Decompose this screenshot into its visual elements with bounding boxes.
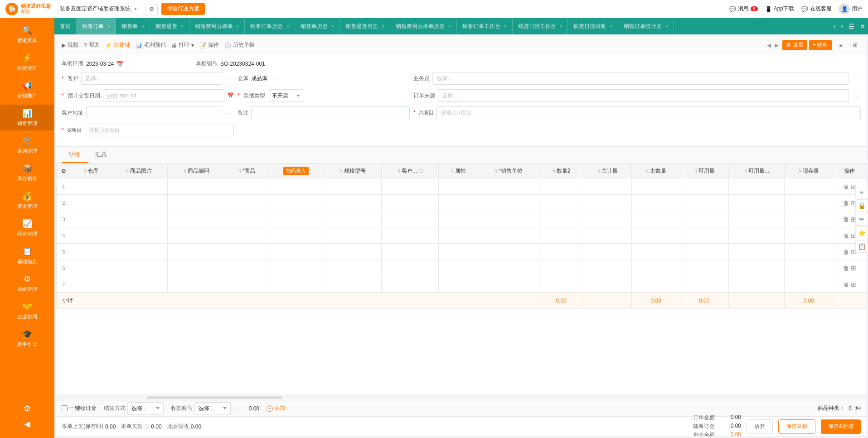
tab-close-icon[interactable]: × [610, 24, 612, 29]
right-float-btn-5[interactable]: 📋 [855, 240, 868, 253]
delete-row-icon[interactable]: 🗑 [843, 232, 849, 239]
b-project-input[interactable] [85, 124, 234, 136]
tab-cash-reconcile[interactable]: 钱货日清对账 × [568, 18, 618, 34]
tab-close-icon[interactable]: × [560, 24, 563, 29]
toolbar-profit[interactable]: 📊 毛利预估 [136, 41, 166, 49]
save-draft-button[interactable]: 保存草稿 [778, 419, 815, 434]
scrollbar-area[interactable] [56, 395, 866, 400]
sort-icon[interactable]: ⇅ [339, 168, 343, 173]
account-dots[interactable]: ··· [233, 405, 242, 412]
right-float-btn-1[interactable]: ≡ [855, 186, 868, 198]
sidebar-item-guide[interactable]: 🎓 新手引导 [0, 326, 54, 351]
user-menu-button[interactable]: 👤 用户 [839, 4, 863, 14]
tab-detail[interactable]: 明细 [62, 147, 88, 163]
delete-row-icon[interactable]: 🗑 [843, 199, 849, 207]
tab-close-icon[interactable]: × [382, 24, 384, 29]
tab-home[interactable]: 首页 [54, 18, 77, 34]
salesperson-input[interactable] [432, 72, 849, 85]
customer-dots[interactable]: ··· [225, 75, 234, 82]
delivery-calendar-icon[interactable]: 📅 [227, 92, 234, 99]
address-dots[interactable]: ··· [225, 109, 234, 116]
tab-sales-return[interactable]: 销货退货 × [150, 18, 189, 34]
sort-icon[interactable]: ⇅ [83, 168, 87, 173]
tab-close-icon[interactable]: × [237, 24, 239, 29]
right-float-btn-4[interactable]: ⭐ [855, 226, 868, 239]
tab-next-button[interactable]: › [838, 23, 846, 30]
print-dropdown-icon[interactable]: ▾ [191, 42, 194, 48]
delete-row-icon[interactable]: 🗑 [843, 216, 849, 223]
right-float-btn-2[interactable]: 🔒 [855, 199, 868, 212]
toolbar-list-view-btn[interactable]: ≡ [835, 40, 846, 51]
a-project-input[interactable] [436, 106, 861, 119]
order-source-dots[interactable]: ··· [852, 92, 861, 99]
warehouse-dots[interactable]: ··· [270, 75, 279, 82]
tab-sales-order-history[interactable]: 销售订单历史 × [245, 18, 295, 34]
tab-close-icon[interactable]: × [141, 24, 144, 29]
add-button[interactable]: + 添加 [267, 404, 285, 412]
sort-icon[interactable]: ⇅ [494, 168, 498, 173]
toolbar-grid-view-btn[interactable]: ⊞ [850, 40, 861, 51]
tab-cash-workbench[interactable]: 钱货日清工作台 × [513, 18, 568, 34]
tab-fee-history[interactable]: 销售费用分摊单历史 × [390, 18, 457, 34]
delete-row-icon[interactable]: 🗑 [843, 265, 849, 272]
delete-row-icon[interactable]: 🗑 [843, 183, 849, 190]
tab-sales-stats[interactable]: 销售订单统计表 × [618, 18, 674, 34]
tab-invoice-history[interactable]: 销货单历史 × [295, 18, 340, 34]
tab-prev-button[interactable]: ‹ [831, 23, 839, 30]
copy-row-icon[interactable]: ⊞ [851, 281, 856, 288]
sort-icon[interactable]: ⇅ [451, 168, 454, 173]
scrollbar-track[interactable] [147, 396, 283, 399]
sort-icon[interactable]: ⇅ [183, 168, 187, 173]
discard-button[interactable]: 放弃 [747, 419, 773, 434]
industry-button[interactable]: 体验行业方案 [161, 3, 205, 15]
sort-icon[interactable]: ⇅ [397, 168, 401, 173]
sidebar-item-purchase[interactable]: 🛒 采购管理 [0, 132, 54, 158]
toolbar-operation[interactable]: 📝 操作 [199, 41, 219, 49]
toolbar-print[interactable]: 🖨 打印 ▾ [171, 41, 194, 49]
col-info-icon[interactable]: ⓘ [419, 168, 423, 173]
tab-close-all-button[interactable]: ✕ [857, 23, 868, 30]
col-settings[interactable]: ⚙ [57, 164, 71, 178]
sidebar-collapse-button[interactable]: ◀ [22, 417, 32, 431]
remark-input[interactable] [251, 106, 410, 119]
sidebar-item-quicknav[interactable]: ⚡ 快捷导航 [0, 49, 54, 75]
message-button[interactable]: 💬 消息 9 [729, 5, 758, 13]
toolbar-help[interactable]: ? 帮助 [84, 41, 100, 49]
address-input[interactable] [86, 106, 222, 119]
toolbar-shortcut[interactable]: ⚡ 快捷键 [105, 41, 130, 49]
sort-icon[interactable]: ⇅ [798, 168, 802, 173]
toolbar-nav-prev[interactable]: ◀ [767, 42, 771, 48]
sort-icon[interactable]: ⇅ [645, 168, 649, 173]
settings-button[interactable]: ⚙ [145, 3, 158, 15]
sort-icon[interactable]: ⇅ [238, 168, 242, 173]
right-float-btn-3[interactable]: ✏ [855, 213, 868, 226]
tab-close-icon[interactable]: × [504, 24, 507, 29]
order-source-input[interactable] [438, 89, 849, 102]
sidebar-item-basics[interactable]: 📋 基础信息 [0, 243, 54, 269]
sidebar-item-search[interactable]: 🔍 搜索菜单 [0, 22, 54, 48]
sidebar-settings-button[interactable]: ⚙ [22, 402, 33, 415]
app-download-button[interactable]: 📱 App下载 [765, 5, 794, 13]
tab-close-icon[interactable]: × [107, 24, 110, 29]
scan-button[interactable]: 扫码录入 [283, 167, 309, 175]
debt-info-icon[interactable]: ⓘ [145, 424, 149, 430]
toolbar-view[interactable]: ▶ 视频 [62, 41, 78, 49]
sort-icon[interactable]: ⇅ [126, 168, 129, 173]
sidebar-item-collab[interactable]: 🤝 企业协同 [0, 298, 54, 324]
tab-sales-order[interactable]: 销售订单 × [77, 18, 116, 34]
sidebar-item-sales[interactable]: 📊 销售管理 [0, 105, 54, 130]
sidebar-item-operations[interactable]: 📈 经营管理 [0, 215, 54, 241]
payment-checkbox-wrap[interactable]: 一键收订金 [62, 404, 97, 412]
online-support-button[interactable]: 💬 在线客服 [801, 5, 832, 13]
tab-close-icon[interactable]: × [665, 24, 668, 29]
tab-close-icon[interactable]: × [181, 24, 184, 29]
sort-icon[interactable]: ⇅ [597, 168, 601, 173]
sort-icon[interactable]: ⇅ [552, 168, 556, 173]
tab-sales-workbench[interactable]: 销售订单工作台 × [457, 18, 513, 34]
tab-sales-invoice[interactable]: 销货单 × [116, 18, 150, 34]
system-dropdown-icon[interactable]: ▾ [134, 5, 141, 13]
tab-close-icon[interactable]: × [286, 24, 289, 29]
tab-summary[interactable]: 汇总 [88, 147, 114, 163]
delete-row-icon[interactable]: 🗑 [843, 281, 849, 288]
sidebar-item-finance[interactable]: 💰 资金管理 [0, 188, 54, 213]
